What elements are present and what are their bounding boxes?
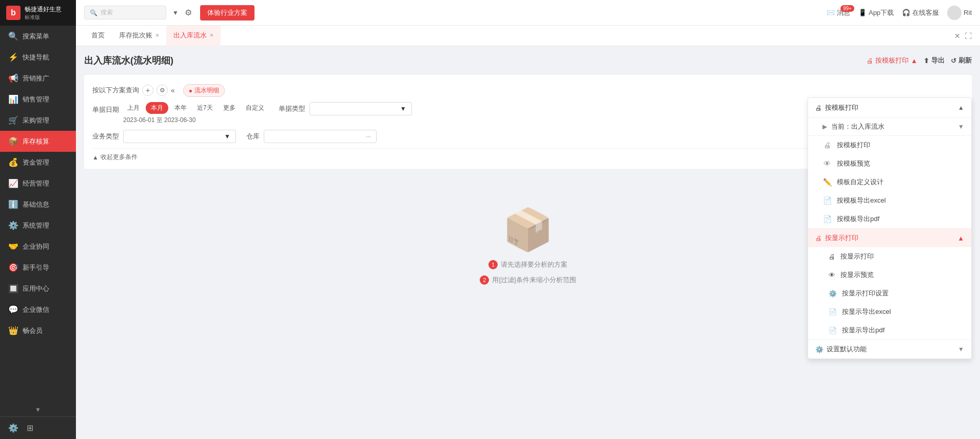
date-7days[interactable]: 近7天	[193, 102, 217, 114]
dropdown-footer[interactable]: ⚙️ 设置默认功能 ▼	[808, 340, 971, 358]
date-label: 单据日期	[92, 102, 119, 114]
dropdown-item-preview-display[interactable]: 👁 按显示预览	[808, 266, 971, 284]
export-pdf-display-icon: 📄	[829, 327, 837, 334]
collapse-filter-btn[interactable]: «	[171, 86, 175, 94]
display-section-header[interactable]: 🖨 按显示打印 ▲	[808, 229, 971, 247]
chevron-up-icon: ▲	[92, 154, 99, 161]
sidebar-item-label: 企业协同	[23, 242, 49, 251]
add-scheme-btn[interactable]: +	[142, 85, 153, 96]
sidebar-item-wechat[interactable]: 💬 企业微信	[0, 299, 76, 320]
sidebar-item-purchase[interactable]: 🛒 采购管理	[0, 110, 76, 131]
sidebar-item-basic-info[interactable]: ℹ️ 基础信息	[0, 194, 76, 215]
date-more[interactable]: 更多	[219, 102, 240, 114]
refresh-btn[interactable]: ↺ 刷新	[951, 56, 972, 65]
dropdown-item-print-settings[interactable]: ⚙️ 按显示打印设置	[808, 284, 971, 303]
close-window-btn[interactable]: ✕	[954, 32, 961, 40]
tab-stock-flow-close[interactable]: ×	[210, 32, 213, 39]
dropdown-item-custom-design-label: 模板自定义设计	[837, 177, 884, 187]
empty-hint-2: 2 用[过滤]条件来缩小分析范围	[480, 275, 576, 285]
tab-inventory-batch-label: 库存批次账	[119, 31, 152, 40]
dropdown-item-preview-template[interactable]: 👁 按模板预览	[808, 154, 971, 173]
dropdown-item-print-template-label: 按模板打印	[837, 141, 870, 150]
sidebar-item-inventory[interactable]: 📦 库存核算	[0, 131, 76, 152]
export-excel-template-icon: 📄	[822, 196, 832, 205]
main-content: 🔍 搜索 ▼ ⚙ 体验行业方案 ✉️ 消息 99+ 📱 App下载 🎧 在线客服…	[76, 0, 980, 439]
dropdown-item-export-excel-display[interactable]: 📄 按显示导出excel	[808, 303, 971, 321]
inventory-icon: 📦	[8, 136, 18, 146]
current-template-row[interactable]: ▶ 当前：出入库流水 ▼	[808, 118, 971, 135]
sidebar-item-vip[interactable]: 👑 畅会员	[0, 320, 76, 341]
trial-btn[interactable]: 体验行业方案	[200, 5, 254, 21]
active-scheme-tag: ● 流水明细	[183, 82, 225, 97]
business-type-select[interactable]: ▼	[123, 130, 236, 143]
page-title-text: 出入库流水(流水明细)	[84, 54, 173, 67]
settings-footer-icon[interactable]: ⚙️	[8, 423, 18, 433]
filter-scheme-label: 按以下方案查询	[92, 86, 139, 95]
vip-icon: 👑	[8, 326, 18, 335]
sidebar-item-label: 营销推广	[23, 74, 49, 83]
printer-header-icon: 🖨	[815, 104, 822, 112]
page-content: 出入库流水(流水明细) 🖨 按模板打印 ▲ ⬆ 导出 ↺ 刷新	[76, 46, 980, 439]
sidebar: b 畅捷通好生意 标准版 🔍 搜索菜单 ⚡ 快捷导航 📢 营销推广 📊 销售管理…	[0, 0, 76, 439]
collapse-sidebar-icon[interactable]: ⊞	[27, 423, 33, 433]
date-this-year[interactable]: 本年	[170, 102, 191, 114]
tab-stock-flow[interactable]: 出入库流水 ×	[166, 26, 221, 46]
user-avatar-btn[interactable]: Rit	[947, 6, 972, 20]
date-last-month[interactable]: 上月	[123, 102, 144, 114]
footer-arrow: ▼	[958, 346, 964, 353]
tab-inventory-batch[interactable]: 库存批次账 ×	[112, 26, 166, 46]
warehouse-select[interactable]: ···	[264, 130, 377, 143]
quick-nav-icon: ⚡	[8, 52, 18, 62]
basic-info-icon: ℹ️	[8, 199, 18, 209]
dropdown-item-print-display[interactable]: 🖨 按显示打印	[808, 247, 971, 266]
dropdown-item-export-pdf-display[interactable]: 📄 按显示导出pdf	[808, 321, 971, 340]
topbar-search-icon: 🔍	[90, 9, 97, 16]
sidebar-scroll-down[interactable]: ▼	[0, 403, 76, 416]
sidebar-item-sales[interactable]: 📊 销售管理	[0, 89, 76, 110]
warehouse-more-btn[interactable]: ···	[366, 133, 371, 140]
sidebar-item-guide[interactable]: 🎯 新手引导	[0, 257, 76, 278]
scheme-tag[interactable]: ● 流水明细	[183, 84, 225, 97]
dropdown-item-export-excel-template[interactable]: 📄 按模板导出excel	[808, 191, 971, 210]
sidebar-item-finance[interactable]: 💰 资金管理	[0, 152, 76, 173]
maximize-window-btn[interactable]: ⛶	[965, 32, 972, 40]
business-type-label: 业务类型	[92, 132, 119, 141]
message-btn[interactable]: ✉️ 消息 99+	[827, 8, 850, 17]
dropdown-collapse-arrow[interactable]: ▲	[958, 104, 964, 111]
online-service-label: 在线客服	[912, 8, 939, 17]
topbar-gear-icon[interactable]: ⚙	[185, 8, 192, 17]
dropdown-item-custom-design[interactable]: ✏️ 模板自定义设计	[808, 173, 971, 191]
export-btn[interactable]: ⬆ 导出	[924, 56, 945, 65]
business-type-arrow: ▼	[224, 133, 230, 140]
sidebar-item-marketing[interactable]: 📢 营销推广	[0, 68, 76, 89]
date-custom[interactable]: 自定义	[242, 102, 268, 114]
app-download-label: App下载	[869, 8, 894, 17]
receipt-type-select[interactable]: ▼	[309, 102, 412, 115]
sidebar-item-label: 新手引导	[23, 263, 49, 272]
sidebar-item-system[interactable]: ⚙️ 系统管理	[0, 215, 76, 236]
app-download-btn[interactable]: 📱 App下载	[858, 8, 894, 17]
app-logo-icon: b	[6, 6, 21, 20]
topbar-search-dropdown[interactable]: ▼	[172, 9, 179, 16]
date-range-display: 2023-06-01 至 2023-06-30	[123, 116, 268, 125]
tab-inventory-batch-close[interactable]: ×	[155, 32, 159, 39]
date-this-month[interactable]: 本月	[146, 102, 168, 114]
sidebar-item-search[interactable]: 🔍 搜索菜单	[0, 26, 76, 47]
sales-icon: 📊	[8, 94, 18, 104]
dropdown-item-print-template[interactable]: 🖨 按模板打印	[808, 136, 971, 154]
sidebar-item-collab[interactable]: 🤝 企业协同	[0, 236, 76, 257]
step-2-number: 2	[480, 275, 489, 285]
tab-home[interactable]: 首页	[84, 26, 112, 46]
tag-icon: ●	[189, 87, 192, 94]
step-1-number: 1	[488, 260, 498, 269]
setting-scheme-btn[interactable]: ⚙	[156, 85, 168, 96]
topbar-search-box[interactable]: 🔍 搜索	[84, 6, 166, 19]
sidebar-item-operations[interactable]: 📈 经营管理	[0, 173, 76, 194]
online-service-btn[interactable]: 🎧 在线客服	[902, 8, 939, 17]
refresh-icon: ↺	[951, 57, 956, 65]
sidebar-item-quicknav[interactable]: ⚡ 快捷导航	[0, 47, 76, 68]
sidebar-item-appcenter[interactable]: 🔲 应用中心	[0, 278, 76, 299]
print-template-btn[interactable]: 🖨 按模板打印 ▲	[867, 56, 917, 65]
display-section-arrow: ▲	[957, 234, 964, 242]
dropdown-item-export-pdf-template[interactable]: 📄 按模板导出pdf	[808, 210, 971, 228]
